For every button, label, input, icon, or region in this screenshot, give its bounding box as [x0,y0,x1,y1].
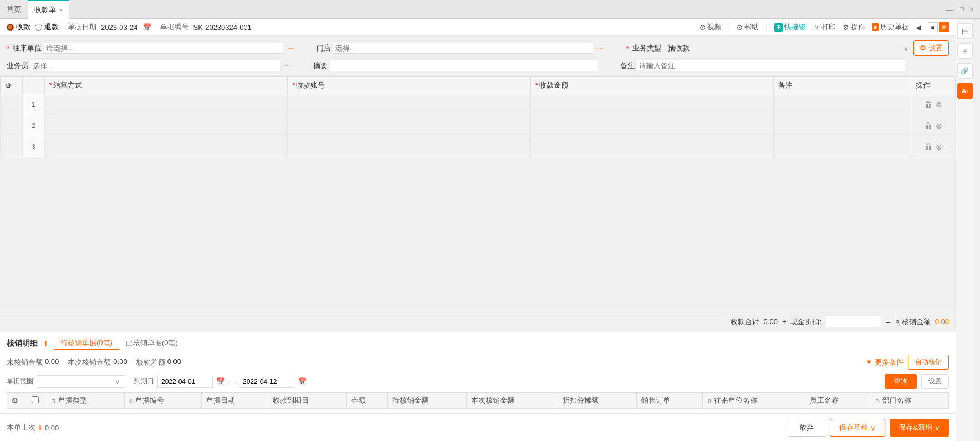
tab-receipt[interactable]: 收款单 × [28,0,69,19]
ai-btn[interactable]: Ai [957,83,973,99]
verify-tabs: 待核销单据(0笔) 已核销单据(0笔) [54,337,185,350]
current-verify-stat: 本次核销金额 0.00 [68,357,127,367]
counterpart-more-btn[interactable]: ··· [287,43,294,53]
staff-more-btn[interactable]: ··· [284,61,291,71]
right-panel-btn-2[interactable]: ⊟ [957,43,973,59]
range-label: 单据范围 [7,377,33,386]
print-btn[interactable]: 🖨 打印 [813,22,836,32]
bt-col-dept: ⇅ 部门名称 [871,393,949,409]
remark-label: 备注 [620,61,635,71]
bt-col-doc-no: ⇅ 单据编号 [124,393,202,409]
total-value: 0.00 [764,317,778,326]
auto-verify-btn[interactable]: 自动核销 [908,355,949,370]
row-copy-icon-2[interactable]: ⊕ [936,121,942,130]
range-select[interactable]: ∨ [37,375,125,388]
date-to-icon[interactable]: 📅 [298,377,307,386]
counterpart-label: 往来单位 [13,43,42,53]
row-settlement-3[interactable] [45,136,288,157]
help-btn[interactable]: ⊙ 帮助 [737,22,759,32]
right-panel-btn-1[interactable]: ▤ [957,23,973,39]
tab-pending-verify[interactable]: 待核销单据(0笔) [54,337,119,350]
video-btn[interactable]: ⊙ 视频 [700,22,722,32]
right-panel-btn-3[interactable]: 🔗 [957,63,973,79]
refund-radio[interactable]: 退款 [35,22,59,32]
save-new-btn[interactable]: 保存&新增 ∨ [890,419,949,437]
row-delete-icon-3[interactable]: 🗑 [925,142,932,151]
bt-select-all[interactable] [32,396,39,403]
bt-settings-icon[interactable]: ⚙ [12,397,18,405]
row-copy-icon-1[interactable]: ⊕ [936,100,942,109]
row-settlement-2[interactable] [45,115,288,136]
window-close-btn[interactable]: × [969,5,974,14]
store-field: 门店 ··· [317,43,604,54]
abandon-btn[interactable]: 放弃 [788,419,825,437]
tab-home[interactable]: 首页 [0,0,28,19]
date-separator: — [228,377,236,386]
summary-row: 收款合计 0.00 + 现金折扣: = 可核销金额 0.00 [0,311,956,332]
shortcut-btn[interactable]: ⊞ 快捷键 [774,22,806,32]
query-btn[interactable]: 查询 [885,374,917,389]
table-row: 3 🗑 ⊕ [1,136,956,157]
prev-btn[interactable]: ◀ [916,23,921,32]
row-remark-2[interactable] [774,115,911,136]
due-date-field: 到期日 📅 — 📅 [134,376,307,388]
verify-info-icon[interactable]: ℹ [44,340,47,348]
bt-col-settings: ⚙ [7,393,27,409]
date-to-input[interactable] [239,376,294,388]
row-delete-icon-1[interactable]: 🗑 [925,100,932,109]
more-conditions-btn[interactable]: ▼ 更多条件 [865,357,904,367]
tab-bar: 首页 收款单 × — □ × [0,0,980,19]
row-num-2: 2 [23,115,45,136]
row-copy-icon-3[interactable]: ⊕ [936,142,942,151]
discount-input[interactable] [826,316,881,327]
row-remark-3[interactable] [774,136,911,157]
date-from-input[interactable] [157,376,213,388]
this-time-label: 本单上次 [7,423,35,433]
layout-list-icon[interactable]: ≡ [928,22,938,32]
row-account-2[interactable] [288,115,530,136]
tab-done-verify[interactable]: 已核销单据(0笔) [119,337,185,350]
row-num-1: 1 [23,94,45,115]
col-account-header: *收款账号 [288,77,530,94]
summary-input[interactable] [330,60,598,71]
bt-col-due-date: 收款到期日 [268,393,346,409]
remark-field: 备注 [620,60,905,71]
tab-receipt-close[interactable]: × [59,7,63,13]
row-amount-1[interactable] [530,94,773,115]
history-btn[interactable]: ≡ 历史单据 [872,22,909,32]
row-amount-3[interactable] [530,136,773,157]
store-more-btn[interactable]: ··· [596,43,604,53]
row-amount-2[interactable] [530,115,773,136]
layout-grid-icon[interactable]: ⊞ [939,22,949,32]
doc-no-label: 单据编号 [160,22,189,32]
receipt-radio[interactable]: 收款 [7,22,30,32]
col-remark-header: 备注 [774,77,911,94]
counterpart-field: * 往来单位 ··· [7,43,294,54]
counterpart-input[interactable] [44,43,283,54]
date-from-icon[interactable]: 📅 [216,377,225,386]
row-remark-1[interactable] [774,94,911,115]
row-account-1[interactable] [288,94,530,115]
store-input[interactable] [333,43,593,54]
remark-input[interactable] [637,60,905,71]
bt-col-sales-order: 销售订单 [636,393,702,409]
window-maximize-btn[interactable]: □ [959,5,963,14]
row-delete-icon-2[interactable]: 🗑 [925,121,932,130]
row-account-3[interactable] [288,136,530,157]
operation-btn[interactable]: ⚙ 操作 [843,22,865,32]
plus-sign: + [782,317,787,326]
window-minimize-btn[interactable]: — [946,5,953,14]
business-type-arrow[interactable]: ∨ [904,44,909,53]
search-settings-btn[interactable]: 设置 [921,374,949,389]
save-draft-btn[interactable]: 保存草稿 ∨ [830,419,885,437]
settings-btn[interactable]: ⚙ 设置 [913,40,949,56]
row-settlement-1[interactable] [45,94,288,115]
table-row: 2 🗑 ⊕ [1,115,956,136]
this-time-info-icon[interactable]: ℹ [39,424,42,432]
col-settings-header[interactable]: ⚙ [1,77,23,94]
staff-input[interactable] [30,60,280,71]
footer-right: 放弃 保存草稿 ∨ 保存&新增 ∨ [788,419,949,437]
calendar-icon[interactable]: 📅 [142,23,151,32]
footer-left: 本单上次 ℹ 0.00 [7,423,59,433]
business-type-value: 预收款 [668,43,690,53]
